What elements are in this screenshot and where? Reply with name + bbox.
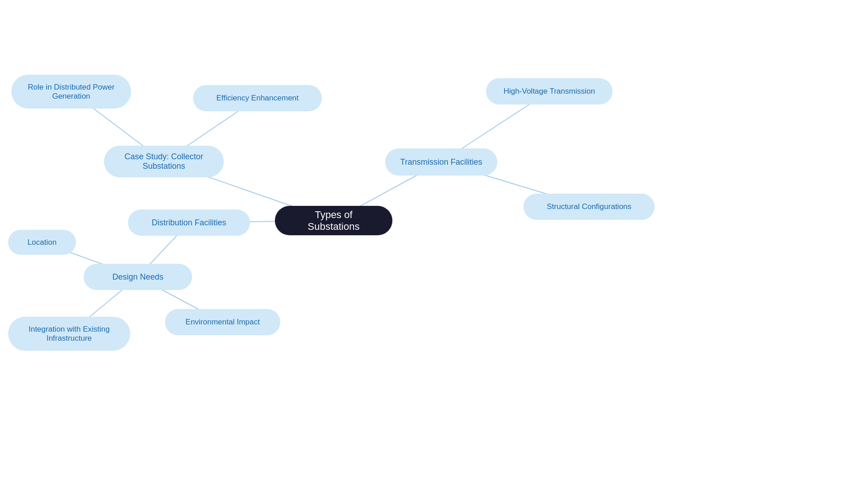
role-node[interactable]: Role in Distributed Power Generation — [11, 75, 131, 109]
center-label: Types of Substations — [293, 209, 374, 233]
efficiency-label: Efficiency Enhancement — [216, 94, 298, 103]
transmission-node[interactable]: Transmission Facilities — [385, 148, 497, 176]
structural-node[interactable]: Structural Configurations — [524, 194, 655, 220]
role-label: Role in Distributed Power Generation — [28, 83, 115, 101]
high-voltage-node[interactable]: High-Voltage Transmission — [486, 78, 613, 105]
integration-node[interactable]: Integration with Existing Infrastructure — [8, 317, 130, 351]
integration-label: Integration with Existing Infrastructure — [28, 325, 110, 343]
high-voltage-label: High-Voltage Transmission — [504, 87, 595, 96]
design-needs-label: Design Needs — [112, 272, 163, 282]
case-study-label: Case Study: Collector Substations — [124, 152, 203, 171]
environmental-node[interactable]: Environmental Impact — [165, 309, 280, 335]
location-label: Location — [28, 238, 57, 247]
design-needs-node[interactable]: Design Needs — [84, 264, 192, 290]
efficiency-node[interactable]: Efficiency Enhancement — [193, 85, 322, 111]
location-node[interactable]: Location — [8, 230, 76, 255]
distribution-label: Distribution Facilities — [151, 218, 226, 228]
case-study-node[interactable]: Case Study: Collector Substations — [104, 146, 224, 177]
transmission-label: Transmission Facilities — [400, 157, 482, 167]
environmental-label: Environmental Impact — [185, 318, 259, 327]
center-node[interactable]: Types of Substations — [275, 206, 392, 235]
distribution-node[interactable]: Distribution Facilities — [128, 209, 250, 236]
structural-label: Structural Configurations — [547, 202, 631, 211]
